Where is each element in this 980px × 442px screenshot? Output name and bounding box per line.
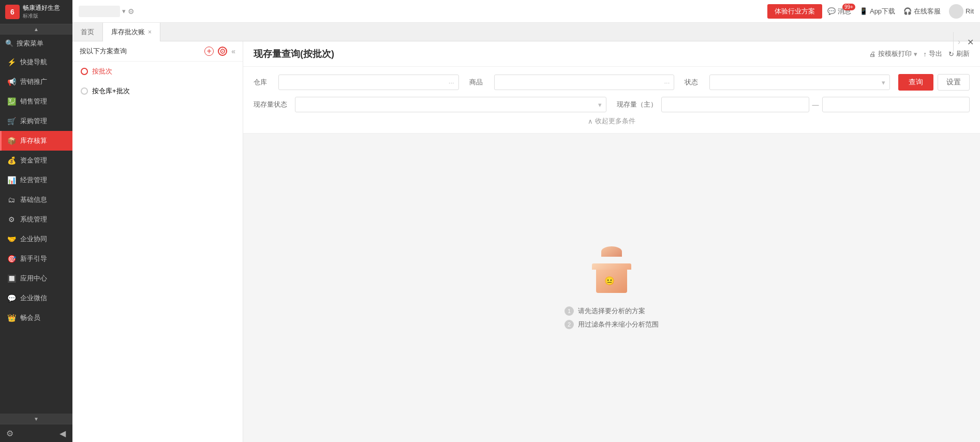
search-row-2: 现存量状态 ▾ 现存量（主） — bbox=[254, 97, 970, 112]
sidebar-item-系统管理[interactable]: ⚙系统管理 bbox=[0, 210, 72, 229]
footer-collapse-icon[interactable]: ◀ bbox=[58, 429, 67, 438]
sidebar-item-销售管理[interactable]: 💹销售管理 bbox=[0, 92, 72, 111]
range-separator: — bbox=[812, 101, 819, 109]
sidebar-item-应用中心[interactable]: 🔲应用中心 bbox=[0, 269, 72, 288]
nav-label-10: 新手引导 bbox=[20, 254, 47, 263]
messages-badge: 99+ bbox=[842, 4, 855, 10]
status-select[interactable]: ▾ bbox=[709, 75, 890, 90]
filter-header: 按以下方案查询 + ⚙ « bbox=[72, 41, 243, 62]
warehouse-label: 仓库 bbox=[254, 78, 274, 87]
add-filter-icon[interactable]: + bbox=[204, 47, 214, 56]
filter-item-warehouse-batch[interactable]: 按仓库+批次 bbox=[72, 81, 243, 101]
print-btn[interactable]: 🖨 按模板打印 ▾ bbox=[869, 49, 917, 58]
content-area: 按以下方案查询 + ⚙ « 按批次 按仓库+批次 bbox=[72, 41, 980, 442]
sidebar-item-新手引导[interactable]: 🎯新手引导 bbox=[0, 249, 72, 269]
status-field: 状态 ▾ bbox=[685, 75, 890, 90]
topbar-settings-icon[interactable]: ⚙ bbox=[128, 7, 135, 16]
stock-status-label: 现存量状态 bbox=[254, 100, 291, 109]
tip2-num: 2 bbox=[565, 320, 574, 329]
main-content-scroll: 😐 1 请先选择要分析的方案 2 用过滤条件来缩小分析范围 bbox=[243, 134, 980, 442]
user-name: Rit bbox=[966, 7, 974, 15]
nav-icon-4: 📦 bbox=[7, 136, 16, 145]
sidebar-footer: ⚙ ◀ bbox=[0, 424, 72, 442]
stock-qty-from[interactable] bbox=[661, 97, 809, 112]
tip1-num: 1 bbox=[565, 306, 574, 316]
message-icon: 💬 bbox=[827, 7, 836, 15]
product-more-icon: ··· bbox=[664, 79, 670, 86]
nav-label-2: 销售管理 bbox=[20, 97, 47, 106]
filter-header-title: 按以下方案查询 bbox=[80, 47, 127, 56]
settings-btn[interactable]: 设置 bbox=[938, 74, 970, 91]
breadcrumb-area: ▾ ⚙ bbox=[79, 6, 762, 17]
nav-label-13: 畅会员 bbox=[20, 313, 40, 322]
nav-label-7: 基础信息 bbox=[20, 195, 47, 204]
tabbar: 首页 库存批次账 × ✕ › bbox=[72, 23, 980, 41]
sidebar-item-基础信息[interactable]: 🗂基础信息 bbox=[0, 190, 72, 210]
filter-radio-inner bbox=[83, 70, 86, 73]
sidebar: 6 畅康通好生意 标准版 ▲ 🔍 搜索菜单 ⚡快捷导航📢营销推广💹销售管理🛒采购… bbox=[0, 0, 72, 442]
online-service-label: 在线客服 bbox=[914, 7, 941, 16]
sidebar-item-企业微信[interactable]: 💬企业微信 bbox=[0, 288, 72, 308]
export-btn[interactable]: ↑ 导出 bbox=[924, 49, 943, 58]
sidebar-item-资金管理[interactable]: 💰资金管理 bbox=[0, 151, 72, 170]
filter-settings-icon[interactable]: ⚙ bbox=[218, 47, 227, 56]
print-chevron-icon: ▾ bbox=[914, 50, 917, 58]
warehouse-field: 仓库 ··· bbox=[254, 75, 459, 90]
sidebar-item-经营管理[interactable]: 📊经营管理 bbox=[0, 170, 72, 190]
topbar-chevron-icon[interactable]: ▾ bbox=[122, 7, 126, 15]
nav-icon-6: 📊 bbox=[7, 175, 16, 185]
nav-icon-7: 🗂 bbox=[7, 195, 16, 204]
app-download-btn[interactable]: 📱 App下载 bbox=[859, 7, 895, 16]
nav-icon-11: 🔲 bbox=[7, 274, 16, 283]
filter-item-batch[interactable]: 按批次 bbox=[72, 62, 243, 81]
chevron-right-icon[interactable]: › bbox=[953, 32, 964, 52]
sidebar-item-采购管理[interactable]: 🛒采购管理 bbox=[0, 111, 72, 131]
industry-btn[interactable]: 体验行业方案 bbox=[767, 4, 822, 19]
empty-box-hat bbox=[601, 246, 622, 257]
online-service-btn[interactable]: 🎧 在线客服 bbox=[903, 7, 941, 16]
breadcrumb-input[interactable] bbox=[79, 6, 120, 17]
user-avatar bbox=[949, 4, 963, 19]
collapse-label: 收起更多条件 bbox=[595, 116, 635, 126]
warehouse-input[interactable]: ··· bbox=[278, 75, 459, 90]
filter-radio-warehouse-batch bbox=[81, 87, 88, 95]
footer-settings-icon[interactable]: ⚙ bbox=[5, 429, 14, 438]
tab-home[interactable]: 首页 bbox=[72, 23, 103, 41]
warehouse-more-icon: ··· bbox=[449, 79, 454, 86]
collapse-up-icon: ∧ bbox=[588, 117, 593, 125]
stock-qty-label: 现存量（主） bbox=[617, 100, 657, 109]
app-logo[interactable]: 6 bbox=[5, 5, 20, 19]
nav-icon-9: 🤝 bbox=[7, 234, 16, 244]
stock-qty-to[interactable] bbox=[822, 97, 970, 112]
nav-label-0: 快捷导航 bbox=[20, 57, 47, 67]
filter-collapse-icon[interactable]: « bbox=[231, 47, 235, 55]
sidebar-scroll-up[interactable]: ▲ bbox=[0, 24, 72, 35]
sidebar-item-快捷导航[interactable]: ⚡快捷导航 bbox=[0, 52, 72, 72]
headset-icon: 🎧 bbox=[903, 7, 912, 15]
stock-status-select[interactable]: ▾ bbox=[295, 97, 606, 112]
tip2-text: 用过滤条件来缩小分析范围 bbox=[578, 320, 659, 329]
query-btn[interactable]: 查询 bbox=[898, 74, 933, 91]
sidebar-item-库存核算[interactable]: 📦库存核算 bbox=[0, 131, 72, 151]
tab-close-icon[interactable]: × bbox=[148, 28, 152, 36]
product-input[interactable]: ··· bbox=[494, 75, 675, 90]
search-row-1: 仓库 ··· 商品 ··· 状态 bbox=[254, 74, 970, 91]
sidebar-item-企业协同[interactable]: 🤝企业协同 bbox=[0, 229, 72, 249]
sidebar-scroll-down[interactable]: ▼ bbox=[0, 414, 72, 424]
user-area[interactable]: Rit bbox=[949, 4, 974, 19]
tab-stock-batch-label: 库存批次账 bbox=[111, 27, 145, 37]
right-panel: 现存量查询(按批次) 🖨 按模板打印 ▾ ↑ 导出 ↻ 刷新 bbox=[243, 41, 980, 442]
collapse-more-btn[interactable]: ∧ 收起更多条件 bbox=[254, 112, 970, 126]
nav-label-5: 资金管理 bbox=[20, 156, 47, 165]
stock-status-field: 现存量状态 ▾ bbox=[254, 97, 606, 112]
filter-label-batch: 按批次 bbox=[92, 67, 112, 76]
filter-radio-batch bbox=[81, 68, 88, 75]
tab-stock-batch[interactable]: 库存批次账 × bbox=[103, 23, 160, 41]
sidebar-item-畅会员[interactable]: 👑畅会员 bbox=[0, 308, 72, 328]
status-chevron-icon: ▾ bbox=[882, 79, 885, 86]
sidebar-header: 6 畅康通好生意 标准版 bbox=[0, 0, 72, 24]
sidebar-search-btn[interactable]: 🔍 搜索菜单 bbox=[0, 35, 72, 52]
messages-btn[interactable]: 💬 消息 99+ bbox=[827, 7, 851, 16]
sidebar-item-营销推广[interactable]: 📢营销推广 bbox=[0, 72, 72, 92]
nav-label-4: 库存核算 bbox=[20, 136, 47, 145]
